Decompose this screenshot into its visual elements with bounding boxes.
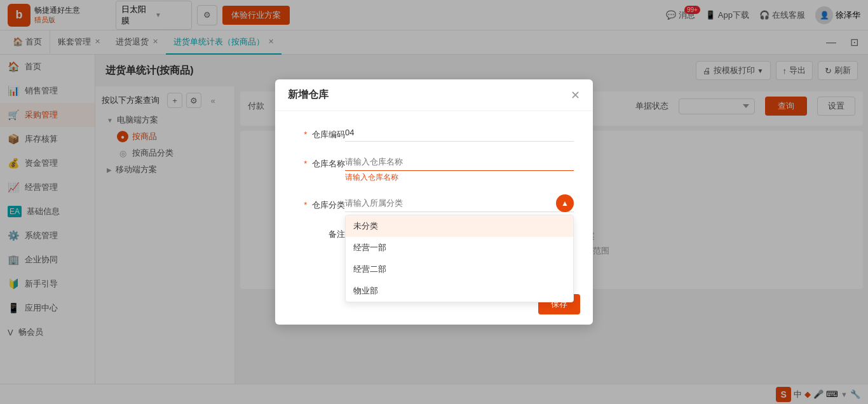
category-select-wrapper: ▲ 未分类 经营一部 经营二部 物业部 xyxy=(345,194,574,212)
category-label: * 仓库分类 xyxy=(294,194,345,211)
warehouse-name-error: 请输入仓库名称 xyxy=(345,172,574,183)
dropdown-item-uncategorized[interactable]: 未分类 xyxy=(346,215,573,237)
warehouse-code-row: * 仓库编码 xyxy=(294,124,574,142)
dropdown-item-dept2[interactable]: 经营二部 xyxy=(346,259,573,280)
remark-label: 备注 xyxy=(294,224,345,240)
modal-header: 新增仓库 ✕ xyxy=(275,79,593,111)
category-dropdown: 未分类 经营一部 经营二部 物业部 xyxy=(345,215,574,302)
warehouse-code-input[interactable] xyxy=(345,124,574,142)
required-star: * xyxy=(304,130,307,139)
category-input[interactable] xyxy=(345,194,574,212)
warehouse-name-row: * 仓库名称 请输入仓库名称 xyxy=(294,153,574,183)
dropdown-item-dept3[interactable]: 物业部 xyxy=(346,280,573,302)
warehouse-code-label: * 仓库编码 xyxy=(294,124,345,140)
dropdown-toggle-btn[interactable]: ▲ xyxy=(556,194,574,212)
warehouse-code-field xyxy=(345,124,574,142)
required-star: * xyxy=(304,159,307,168)
category-field: ▲ 未分类 经营一部 经营二部 物业部 xyxy=(345,194,574,212)
modal-body: * 仓库编码 * 仓库名称 请输入仓库名称 xyxy=(275,111,593,288)
warehouse-name-label: * 仓库名称 xyxy=(294,153,345,170)
required-star: * xyxy=(304,200,307,210)
add-warehouse-modal: 新增仓库 ✕ * 仓库编码 * 仓库名称 xyxy=(275,79,593,325)
dropdown-item-dept1[interactable]: 经营一部 xyxy=(346,237,573,259)
modal-close-btn[interactable]: ✕ xyxy=(571,90,580,101)
modal-title: 新增仓库 xyxy=(288,88,329,102)
warehouse-name-field: 请输入仓库名称 xyxy=(345,153,574,183)
modal-overlay: 新增仓库 ✕ * 仓库编码 * 仓库名称 xyxy=(0,0,868,404)
category-row: * 仓库分类 ▲ 未分类 经营一部 经营二部 物业部 xyxy=(294,194,574,212)
warehouse-name-input[interactable] xyxy=(345,153,574,171)
